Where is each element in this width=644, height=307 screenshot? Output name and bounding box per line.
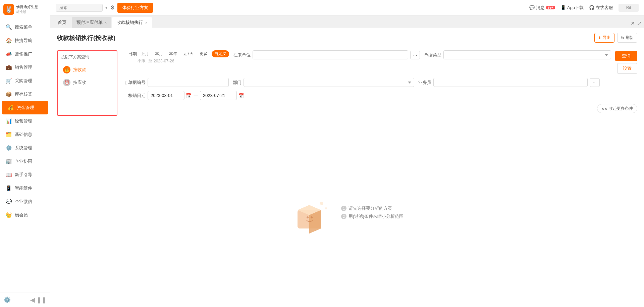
close-tab-btn[interactable]: ✕	[631, 20, 635, 27]
doc-num-label: 单据编号	[128, 80, 146, 86]
sidebar-item-inventory[interactable]: 📦 库存核算	[0, 88, 50, 101]
message-button[interactable]: 💬 消息 99+	[529, 5, 555, 11]
partner-input[interactable]	[253, 50, 408, 59]
dept-select[interactable]	[244, 78, 414, 87]
svg-point-5	[320, 202, 323, 205]
date-no-limit: 不限	[138, 58, 146, 64]
query-settings-button[interactable]: 设置	[617, 63, 637, 74]
page-header: 收款核销执行(按收款) ⬆ 导出 ↻ 刷新	[50, 28, 644, 46]
tab-receipt-verify[interactable]: 收款核销执行 ×	[112, 17, 152, 28]
wechat-icon: 💬	[5, 198, 12, 205]
app-download-icon: 📱	[560, 5, 566, 10]
empty-hint-1: 1 请先选择要分析的方案	[341, 205, 403, 211]
inventory-icon: 📦	[5, 91, 12, 98]
search-menu-icon: 🔍	[5, 24, 12, 31]
sidebar-item-hardware[interactable]: 📱 智能硬件	[0, 182, 50, 195]
verify-date-start-calendar-icon[interactable]: 📅	[186, 93, 192, 98]
empty-hint-2: 2 用[过滤]条件来缩小分析范围	[341, 213, 403, 219]
hardware-icon: 📱	[5, 185, 12, 192]
page-content: 收款核销执行(按收款) ⬆ 导出 ↻ 刷新 按以下方案查询 💰 按收款	[50, 28, 644, 307]
empty-svg-illustration	[291, 193, 331, 234]
sidebar-menu: 🔍 搜索菜单 🏠 快捷导航 📣 营销推广 💼 销售管理 🛒 采购管理 📦 库存核…	[0, 19, 50, 293]
sidebar-item-member[interactable]: 👑 畅会员	[0, 208, 50, 222]
verify-date-start-wrapper: 2023-03-01 📅	[148, 91, 192, 100]
tab-controls: ✕ ⤢	[631, 20, 641, 28]
date-value: 2023-07-26	[154, 59, 174, 63]
query-button[interactable]: 查询	[615, 51, 637, 61]
sidebar-item-wechat[interactable]: 💬 企业微信	[0, 195, 50, 208]
tab-prepay[interactable]: 预付冲应付单 ×	[72, 17, 111, 28]
message-badge: 99+	[546, 6, 555, 9]
chevron-up-icon: ∧∧	[601, 106, 607, 111]
svg-point-4	[311, 216, 313, 218]
sidebar-item-quick-nav[interactable]: 🏠 快捷导航	[0, 34, 50, 47]
collapse-sidebar-icon[interactable]: ◀ ❚❚	[30, 296, 47, 304]
filter-section: 按以下方案查询 💰 按收款 ⏰ 按应收 《	[50, 46, 644, 120]
sidebar-bottom: ⚙️ ◀ ❚❚	[0, 293, 50, 307]
salesperson-label: 业务员	[418, 80, 431, 86]
date-shortcut-this-year[interactable]: 本年	[167, 50, 179, 57]
partner-ellipsis-button[interactable]: ···	[410, 51, 420, 59]
verify-date-start-input[interactable]: 2023-03-01	[148, 91, 184, 100]
online-service-button[interactable]: 🎧 在线客服	[589, 5, 613, 11]
home-icon: 🏠	[5, 37, 12, 44]
export-icon: ⬆	[598, 36, 601, 40]
salesperson-ellipsis-button[interactable]: ···	[590, 78, 600, 87]
date-shortcut-last-month[interactable]: 上月	[139, 50, 151, 57]
breadcrumb-search[interactable]	[56, 4, 103, 12]
sidebar-item-enterprise[interactable]: 🏢 企业协同	[0, 155, 50, 168]
sidebar-item-marketing[interactable]: 📣 营销推广	[0, 47, 50, 61]
sidebar-item-operations[interactable]: 📊 经营管理	[0, 114, 50, 128]
receipt-verify-tab-label: 收款核销执行	[117, 19, 143, 25]
sidebar-item-basic[interactable]: 🗂️ 基础信息	[0, 128, 50, 141]
verify-date-end-calendar-icon[interactable]: 📅	[238, 93, 244, 98]
doc-num-input[interactable]	[148, 78, 229, 87]
date-custom-badge[interactable]: 自定义	[212, 50, 229, 57]
sidebar-logo: 🐰 畅捷通好生意 标准版	[0, 0, 50, 19]
date-shortcut-more[interactable]: 更多	[198, 50, 210, 57]
date-to-text: 至	[148, 58, 152, 64]
date-shortcut-this-month[interactable]: 本月	[153, 50, 165, 57]
date-shortcut-7days[interactable]: 近7天	[181, 50, 196, 57]
header-left: ▾ ⚙ 体验行业方案	[56, 3, 153, 13]
doc-type-select[interactable]	[443, 50, 611, 59]
svg-point-3	[307, 216, 309, 218]
sidebar-item-finance[interactable]: 💰 资金管理	[2, 101, 48, 114]
refresh-button[interactable]: ↻ 刷新	[617, 33, 637, 43]
step-1-badge: 1	[341, 206, 346, 211]
more-conditions-button[interactable]: ∧∧ 收起更多条件	[597, 104, 637, 113]
filter-option-by-receivable[interactable]: ⏰ 按应收	[61, 76, 113, 89]
verify-date-end-input[interactable]: 2023-07-21	[200, 91, 237, 100]
basic-icon: 🗂️	[5, 131, 12, 138]
receipt-filter-icon: 💰	[63, 66, 70, 73]
receipt-verify-tab-close-icon[interactable]: ×	[145, 20, 147, 24]
expand-tab-btn[interactable]: ⤢	[637, 20, 641, 27]
tab-home[interactable]: 首页	[53, 17, 71, 28]
sidebar-item-system[interactable]: ⚙️ 系统管理	[0, 141, 50, 155]
export-button[interactable]: ⬆ 导出	[594, 33, 614, 43]
settings-bottom-icon[interactable]: ⚙️	[3, 296, 11, 304]
sidebar-item-purchase[interactable]: 🛒 采购管理	[0, 74, 50, 88]
user-avatar[interactable]: Rit	[619, 4, 639, 12]
filter-panel: 按以下方案查询 💰 按收款 ⏰ 按应收	[57, 50, 117, 116]
settings-gear-icon[interactable]: ⚙	[110, 4, 115, 11]
tab-bar: 首页 预付冲应付单 × 收款核销执行 × ✕ ⤢	[50, 15, 644, 28]
sidebar: 🐰 畅捷通好生意 标准版 🔍 搜索菜单 🏠 快捷导航 📣 营销推广 💼 销售管理…	[0, 0, 50, 307]
prepay-tab-close-icon[interactable]: ×	[105, 20, 107, 24]
empty-state: 1 请先选择要分析的方案 2 用[过滤]条件来缩小分析范围	[50, 120, 644, 307]
sidebar-item-search[interactable]: 🔍 搜索菜单	[0, 20, 50, 34]
finance-icon: 💰	[7, 104, 14, 111]
more-conditions-bar: ∧∧ 收起更多条件	[128, 103, 637, 116]
sidebar-item-tutorial[interactable]: 📖 新手引导	[0, 168, 50, 182]
salesperson-input[interactable]	[433, 78, 588, 87]
partner-label: 往来单位	[233, 52, 251, 58]
empty-text: 1 请先选择要分析的方案 2 用[过滤]条件来缩小分析范围	[341, 205, 403, 221]
breadcrumb-chevron-icon[interactable]: ▾	[105, 5, 107, 10]
app-download-button[interactable]: 📱 App下载	[560, 5, 584, 11]
collapse-filter-button[interactable]: 《	[121, 50, 128, 116]
industry-solution-button[interactable]: 体验行业方案	[117, 3, 153, 13]
filter-option-by-receipt[interactable]: 💰 按收款	[61, 63, 113, 76]
sidebar-item-sales[interactable]: 💼 销售管理	[0, 61, 50, 74]
empty-state-content: 1 请先选择要分析的方案 2 用[过滤]条件来缩小分析范围	[291, 193, 403, 234]
doc-type-label: 单据类型	[424, 52, 441, 58]
